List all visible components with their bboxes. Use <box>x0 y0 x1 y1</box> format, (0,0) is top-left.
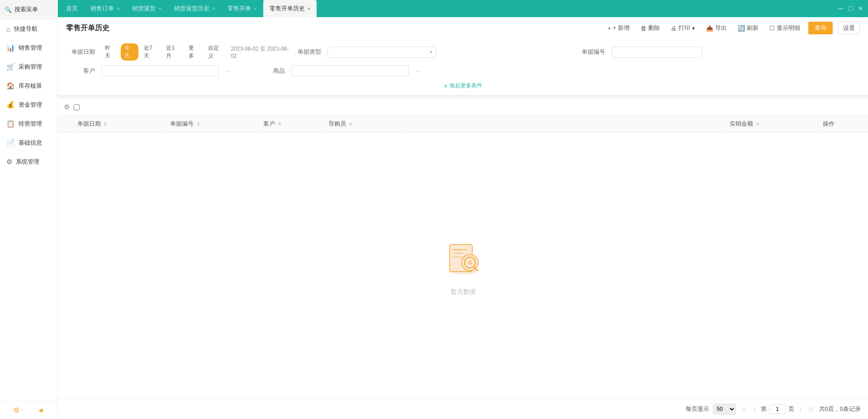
customer-section: 客户 ··· <box>66 65 256 76</box>
print-chevron-icon: ▾ <box>692 25 695 32</box>
finance-icon: 💰 <box>6 101 15 109</box>
sidebar-item-basic-info[interactable]: 📄 基础信息 <box>0 133 57 152</box>
settings-button[interactable]: 设置 <box>838 22 860 34</box>
page-nav: ⟨⟨ ⟨ 第 页 ⟩ ⟩⟩ <box>740 404 816 414</box>
operations-icon: 📋 <box>6 120 15 128</box>
tab-home[interactable]: 首页 <box>60 0 84 17</box>
date-filter-label: 单据日期 <box>66 48 98 56</box>
customer-dots-icon[interactable]: ··· <box>223 66 233 75</box>
prev-page-button[interactable]: ⟨ <box>751 405 758 414</box>
goods-dots-icon[interactable]: ··· <box>413 66 423 75</box>
tab-sales-order-close[interactable]: × <box>117 6 119 11</box>
tab-sales-return[interactable]: 销货退货 × <box>126 0 167 17</box>
th-amount[interactable]: 实销金额 ⇅ <box>725 116 818 132</box>
sidebar-item-purchase-mgmt[interactable]: 🛒 采购管理 <box>0 57 57 76</box>
last-page-button[interactable]: ⟩⟩ <box>806 405 816 414</box>
select-all-checkbox[interactable] <box>74 104 80 110</box>
refresh-icon: 🔄 <box>738 25 745 32</box>
print-button[interactable]: 🖨 打印 ▾ <box>668 22 698 34</box>
refresh-button[interactable]: 🔄 刷新 <box>735 22 761 34</box>
sidebar-item-label: 快捷导航 <box>14 25 38 33</box>
window-minimize-icon[interactable]: ─ <box>838 5 843 13</box>
tab-retail-open-close[interactable]: × <box>254 6 256 11</box>
content-area: 零售开单历史 + + 新增 🗑 删除 🖨 打印 ▾ <box>58 17 868 419</box>
goods-input[interactable] <box>291 65 409 76</box>
collapse-row: ∧ 收起更多条件 <box>66 81 860 93</box>
sidebar-search[interactable]: 🔍 搜索采单 <box>0 0 57 19</box>
filter-row-2: 客户 ··· 商品 ··· <box>66 65 860 76</box>
sales-icon: 📊 <box>6 44 15 52</box>
table-area: ⚙ 单据日期 ⇅ 单据编号 ⇅ <box>58 99 868 419</box>
sidebar-item-label: 库存核算 <box>19 82 42 90</box>
export-label: 导出 <box>715 24 727 32</box>
table-settings-icon[interactable]: ⚙ <box>62 102 71 113</box>
query-button[interactable]: 查询 <box>808 22 833 34</box>
tab-sales-order[interactable]: 销售订单 × <box>84 0 126 17</box>
page-input[interactable] <box>769 404 786 414</box>
sidebar-search-label: 搜索采单 <box>14 5 38 14</box>
sidebar-item-label: 系统管理 <box>16 158 39 166</box>
sidebar-item-label: 采购管理 <box>19 63 42 71</box>
customer-label: 客户 <box>66 67 98 75</box>
empty-text: 暂无数据 <box>451 288 476 296</box>
system-icon: ⚙ <box>6 158 12 166</box>
delete-icon: 🗑 <box>640 25 646 32</box>
purchase-icon: 🛒 <box>6 63 15 71</box>
sidebar-item-operations[interactable]: 📋 经营管理 <box>0 114 57 133</box>
sidebar-item-system-mgmt[interactable]: ⚙ 系统管理 <box>0 152 57 171</box>
sidebar-item-quick-nav[interactable]: ⌂ 快捷导航 <box>0 19 57 38</box>
add-label: + 新增 <box>613 24 630 32</box>
sidebar-item-inventory[interactable]: 🏠 库存核算 <box>0 76 57 95</box>
th-salesperson[interactable]: 导购员 ⇅ <box>323 116 403 132</box>
order-no-input[interactable] <box>612 47 702 58</box>
tab-sales-return-history-label: 销货退货历史 <box>174 5 209 13</box>
collapse-sidebar-icon[interactable]: ◄ <box>37 406 44 414</box>
first-page-button[interactable]: ⟨⟨ <box>740 405 749 414</box>
delete-button[interactable]: 🗑 删除 <box>638 22 663 34</box>
sidebar-item-finance[interactable]: 💰 资金管理 <box>0 95 57 114</box>
next-page-button[interactable]: ⟩ <box>797 405 804 414</box>
date-opt-more[interactable]: 更多 <box>185 43 203 61</box>
date-opt-1month[interactable]: 近1月 <box>162 43 183 61</box>
th-spacer <box>403 116 725 132</box>
order-type-select[interactable] <box>327 47 436 58</box>
tab-bar-controls: ─ □ × <box>838 5 868 13</box>
tab-sales-return-label: 销货退货 <box>132 5 156 13</box>
date-opt-7days[interactable]: 近7天 <box>140 43 161 61</box>
pagination: 每页显示 50 10 20 100 ⟨⟨ ⟨ 第 页 ⟩ ⟩⟩ 共0页，0条记录 <box>58 399 868 419</box>
per-page-select[interactable]: 50 10 20 100 <box>713 404 736 414</box>
add-button[interactable]: + + 新增 <box>605 22 632 34</box>
settings-bottom-icon[interactable]: ⚙ <box>13 406 19 414</box>
tab-retail-open-history-close[interactable]: × <box>308 6 310 11</box>
order-type-select-wrap: ▾ <box>327 47 436 58</box>
tab-sales-return-history-close[interactable]: × <box>212 6 215 11</box>
th-customer[interactable]: 客户 ⇅ <box>258 116 323 132</box>
customer-input[interactable] <box>101 65 219 76</box>
collapse-arrow-icon: ∧ <box>444 83 448 89</box>
query-label: 查询 <box>815 24 826 32</box>
delete-label: 删除 <box>648 24 660 32</box>
print-label: 打印 <box>678 24 690 32</box>
window-close-icon[interactable]: × <box>859 5 863 13</box>
tab-sales-return-history[interactable]: 销货退货历史 × <box>168 0 221 17</box>
show-detail-button[interactable]: ☐ 显示明细 <box>767 22 803 34</box>
window-maximize-icon[interactable]: □ <box>849 5 853 13</box>
table-header: 单据日期 ⇅ 单据编号 ⇅ 客户 ⇅ 导购员 ⇅ <box>58 116 868 132</box>
collapse-button[interactable]: ∧ 收起更多条件 <box>444 82 482 89</box>
print-icon: 🖨 <box>671 25 677 32</box>
th-no[interactable]: 单据编号 ⇅ <box>166 116 259 132</box>
add-icon: + <box>607 25 611 32</box>
tab-retail-open-history[interactable]: 零售开单历史 × <box>263 0 317 17</box>
date-opt-custom[interactable]: 自定义 <box>204 43 228 61</box>
date-opt-yesterday[interactable]: 昨天 <box>101 43 119 61</box>
th-actions-label: 操作 <box>823 120 835 127</box>
sidebar-item-sales-mgmt[interactable]: 📊 销售管理 <box>0 38 57 57</box>
date-opt-today[interactable]: 今天 <box>121 43 138 61</box>
tab-retail-open[interactable]: 零售开单 × <box>221 0 263 17</box>
svg-rect-2 <box>453 249 466 250</box>
order-no-label: 单据编号 <box>576 48 608 56</box>
export-button[interactable]: 📤 导出 <box>703 22 730 34</box>
tab-sales-return-close[interactable]: × <box>158 6 161 11</box>
page-header: 零售开单历史 + + 新增 🗑 删除 🖨 打印 ▾ <box>58 17 868 95</box>
th-date[interactable]: 单据日期 ⇅ <box>72 116 166 132</box>
